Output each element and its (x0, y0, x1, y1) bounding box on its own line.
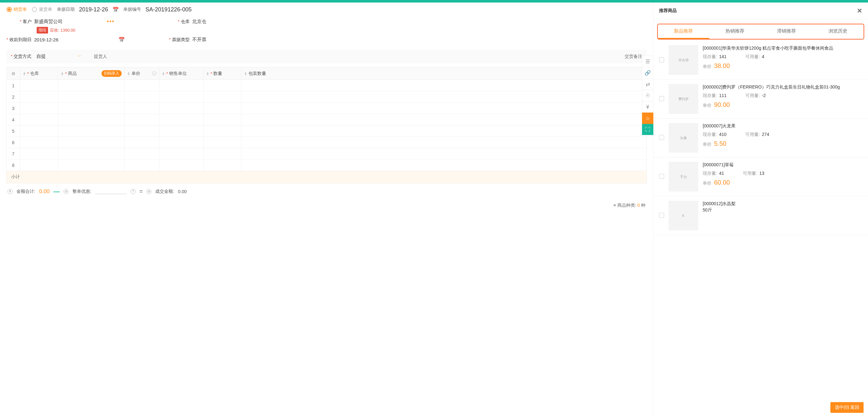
table-row[interactable]: 5 (7, 126, 646, 137)
date-label: 单据日期 (57, 7, 74, 12)
calendar-icon-2[interactable]: 📅 (119, 37, 125, 43)
product-item[interactable]: 头像[0000007]火龙果现存量:410可用量:274单价5.50 (653, 119, 868, 157)
kinds-suffix: 种 (641, 203, 646, 208)
discount-label: 整单优惠: (72, 189, 91, 194)
row-number: 4 (7, 117, 20, 122)
paydate-label: 收款到期日 (6, 37, 34, 43)
product-image: 头像 (669, 123, 698, 153)
table-row[interactable]: 2 (7, 91, 646, 103)
tool-yen-icon[interactable]: ¥ (642, 101, 653, 113)
table-row[interactable]: 7 (7, 148, 646, 160)
invoice-value[interactable]: 不开票 (192, 37, 207, 43)
product-image: 华夫饼 (669, 45, 698, 75)
due-text: 应收: 1390.00 (50, 28, 75, 33)
equals-icon: = (140, 188, 143, 195)
product-checkbox[interactable] (659, 135, 664, 140)
delivery-value[interactable]: 自提 (36, 54, 46, 59)
row-number: 2 (7, 95, 20, 100)
col-product[interactable]: ▲▼*商品扫码录入 (58, 67, 124, 79)
table-row[interactable]: 8 (7, 160, 646, 171)
yen-icon: ¥ (8, 189, 13, 194)
invoice-label: 票据类型 (164, 37, 192, 43)
table-row[interactable]: 6 (7, 137, 646, 148)
deal-value: 0.00 (178, 189, 186, 194)
tool-star-icon[interactable]: ☆ (642, 113, 653, 124)
scan-badge[interactable]: 扫码录入 (101, 70, 122, 77)
product-checkbox[interactable] (659, 213, 664, 218)
date-value[interactable]: 2019-12-26 (79, 6, 108, 13)
discount-input[interactable] (95, 189, 127, 194)
doc-type-radio-group: 销货单 退货单 (6, 6, 53, 13)
table-row[interactable]: 1 (7, 80, 646, 91)
remark-label: 交货备注 (625, 54, 642, 59)
settle-tag: 现结 (37, 27, 48, 33)
deal-icon: ⊚ (146, 189, 151, 194)
kinds-icon: ≡ (613, 203, 616, 208)
customer-label: 客户 (6, 19, 34, 25)
table-row[interactable]: 3 (7, 103, 646, 114)
warehouse-value[interactable]: 北京仓 (192, 19, 207, 25)
kinds-label: 商品种类: (617, 203, 636, 208)
product-title: [0000001]华美华夫软饼1200g 糕点零食小吃手撕面包早餐休闲食品 (703, 45, 862, 52)
calendar-icon[interactable]: 📅 (113, 7, 119, 13)
gear-icon[interactable]: ⚙ (7, 71, 20, 76)
row-number: 6 (7, 140, 20, 145)
discount-icon: ⊘ (64, 189, 69, 194)
col-price[interactable]: ▲▼单价ⓘ (124, 67, 159, 79)
chevron-down-icon[interactable]: ﹀ (78, 54, 81, 59)
amount-value: 0.00 (39, 188, 50, 195)
customer-more-icon[interactable]: ••• (107, 18, 115, 25)
product-title: [0000007]火龙果 (703, 123, 862, 129)
product-image: K (669, 201, 698, 230)
col-pkg[interactable]: ▲▼包装数量 (241, 67, 276, 79)
product-item[interactable]: 费列罗[0000002]费列罗（FERRERO）巧克力礼盒装生日礼物礼盒装01-… (653, 79, 868, 119)
tool-link-icon[interactable]: 🔗 (642, 67, 653, 78)
product-item[interactable]: 华夫饼[0000001]华美华夫软饼1200g 糕点零食小吃手撕面包早餐休闲食品… (653, 41, 868, 79)
product-checkbox[interactable] (659, 174, 664, 179)
minus-icon: — (54, 188, 60, 195)
product-title: [0000012]水晶梨50斤 (703, 201, 862, 213)
deal-label: 成交金额: (155, 189, 174, 194)
radio-sale[interactable]: 销货单 (7, 7, 27, 12)
panel-tab[interactable]: 浏览历史 (812, 24, 864, 39)
product-image: 手办 (669, 162, 698, 192)
tool-expand-icon[interactable]: ⛶ (642, 124, 653, 135)
help-icon[interactable]: ? (130, 189, 135, 194)
row-number: 8 (7, 163, 20, 168)
kinds-value: 0 (637, 203, 640, 208)
panel-tab[interactable]: 热销推荐 (709, 24, 761, 39)
paydate-value[interactable]: 2019-12-26 (34, 37, 59, 42)
info-icon[interactable]: ⓘ (152, 71, 156, 76)
delivery-label: 交货方式 (11, 54, 34, 59)
product-checkbox[interactable] (659, 57, 664, 62)
close-icon[interactable]: ✕ (857, 7, 862, 14)
select-return-button[interactable]: 选中(0) 返回 (830, 402, 864, 413)
tool-user-icon[interactable]: ☉ (642, 90, 653, 101)
panel-title: 推荐商品 (659, 8, 677, 13)
tool-note-icon[interactable]: ☰ (642, 56, 653, 67)
product-item[interactable]: 手办[00000071]草莓现存量:41可用量:13单价60.00 (653, 157, 868, 196)
product-item[interactable]: K[0000012]水晶梨50斤 (653, 196, 868, 235)
row-number: 1 (7, 83, 20, 88)
tool-swap-icon[interactable]: ⇄ (642, 78, 653, 90)
items-table: ⚙ ▲▼*仓库 ▲▼*商品扫码录入 ▲▼单价ⓘ ▲▼*销售单位 ▲▼*数量 ▲▼… (6, 67, 647, 183)
product-title: [00000071]草莓 (703, 162, 862, 168)
product-checkbox[interactable] (659, 96, 664, 101)
col-warehouse[interactable]: ▲▼*仓库 (20, 67, 58, 79)
subtotal-row: 小计 (7, 171, 646, 183)
product-image: 费列罗 (669, 84, 698, 114)
row-number: 3 (7, 106, 20, 111)
panel-tab[interactable]: 滞销推荐 (761, 24, 812, 39)
docno-value: SA-20191226-005 (146, 6, 191, 13)
warehouse-label: 仓库 (164, 19, 192, 25)
amount-label: 金额合计: (17, 189, 35, 194)
row-number: 7 (7, 152, 20, 157)
col-unit[interactable]: ▲▼*销售单位 (159, 67, 203, 79)
table-row[interactable]: 4 (7, 114, 646, 126)
col-qty[interactable]: ▲▼*数量 (203, 67, 241, 79)
customer-value[interactable]: 新盛商贸公司 (34, 19, 63, 25)
panel-tab[interactable]: 新品推荐 (658, 24, 709, 39)
docno-label: 单据编号 (123, 7, 141, 12)
radio-return[interactable]: 退货单 (32, 7, 52, 12)
picker-label: 提货人 (94, 54, 107, 59)
